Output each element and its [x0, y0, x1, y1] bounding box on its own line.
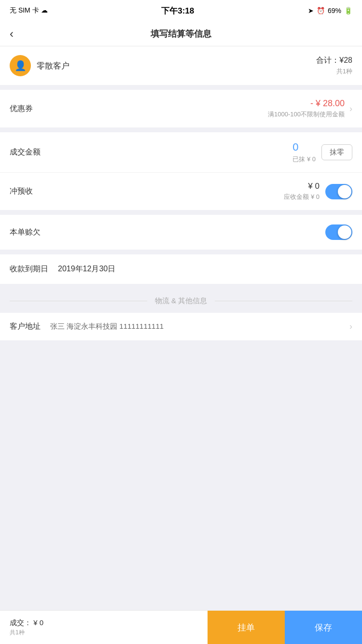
- debit-toggle-knob: [338, 225, 351, 239]
- advance-payment-right: ¥ 0 应收金额 ¥ 0: [284, 182, 352, 201]
- coupon-chevron: ›: [349, 104, 352, 114]
- customer-total-block: 合计：¥28 共1种: [316, 56, 352, 76]
- customer-row: 👤 零散客户 合计：¥28 共1种: [0, 46, 362, 85]
- alarm-icon: ⏰: [317, 7, 325, 14]
- avatar-icon: 👤: [14, 60, 27, 71]
- coupon-right: - ¥ 28.00 满1000-100不限制使用金额 ›: [268, 98, 352, 119]
- advance-sub: 应收金额 ¥ 0: [284, 193, 320, 201]
- coupon-value-block: - ¥ 28.00 满1000-100不限制使用金额: [268, 98, 345, 119]
- debit-section: 本单赊欠: [0, 215, 362, 250]
- customer-avatar: 👤: [10, 55, 31, 76]
- deal-amount-sub: 已抹 ¥ 0: [292, 155, 316, 164]
- save-button[interactable]: 保存: [285, 611, 362, 644]
- customer-info: 👤 零散客户: [10, 55, 70, 76]
- address-section[interactable]: 客户地址 张三 海淀永丰科技园 11111111111 ›: [0, 313, 362, 340]
- deal-amount-row: 成交金额 0 已抹 ¥ 0 抹零: [0, 132, 362, 173]
- customer-name: 零散客户: [37, 60, 70, 71]
- bottom-deal-label: 成交： ¥ 0: [10, 618, 198, 628]
- status-left: 无 SIM 卡 ☁: [10, 6, 48, 15]
- bottom-info: 成交： ¥ 0 共1种: [0, 611, 208, 644]
- nav-bar: ‹ 填写结算等信息: [0, 21, 362, 46]
- deal-amount-value: 0: [292, 141, 316, 154]
- back-button[interactable]: ‹: [10, 27, 29, 41]
- customer-total: 合计：¥28: [316, 56, 352, 66]
- debit-label: 本单赊欠: [10, 227, 41, 238]
- sim-label: 无 SIM 卡 ☁: [10, 6, 48, 15]
- page-title: 填写结算等信息: [151, 28, 211, 40]
- deal-section: 成交金额 0 已抹 ¥ 0 抹零 冲预收 ¥ 0 应收金额 ¥ 0: [0, 132, 362, 210]
- duedate-value: 2019年12月30日: [58, 264, 115, 274]
- location-icon: ➤: [308, 7, 314, 14]
- status-right: ➤ ⏰ 69% 🔋: [308, 7, 352, 14]
- address-label: 客户地址: [10, 322, 41, 332]
- advance-amount: ¥ 0: [284, 182, 320, 191]
- logistics-label: 物流 & 其他信息: [147, 296, 215, 306]
- advance-toggle-knob: [338, 185, 351, 198]
- customer-count: 共1种: [316, 67, 352, 76]
- deal-amount-label: 成交金额: [10, 147, 41, 157]
- duedate-label: 收款到期日: [10, 264, 48, 274]
- advance-payment-row: 冲预收 ¥ 0 应收金额 ¥ 0: [0, 173, 362, 210]
- coupon-section: 优惠券 - ¥ 28.00 满1000-100不限制使用金额 ›: [0, 90, 362, 127]
- coupon-subtext: 满1000-100不限制使用金额: [268, 110, 345, 119]
- deal-amount-block: 0 已抹 ¥ 0: [292, 141, 316, 164]
- advance-amount-block: ¥ 0 应收金额 ¥ 0: [284, 182, 320, 201]
- address-chevron: ›: [349, 322, 352, 332]
- logistics-divider: 物流 & 其他信息: [0, 289, 362, 313]
- coupon-row[interactable]: 优惠券 - ¥ 28.00 满1000-100不限制使用金额 ›: [0, 90, 362, 127]
- status-time: 下午3:18: [161, 5, 194, 16]
- advance-toggle[interactable]: [325, 184, 352, 199]
- coupon-label: 优惠券: [10, 104, 33, 114]
- debit-toggle[interactable]: [325, 224, 352, 240]
- round-zero-button[interactable]: 抹零: [321, 144, 352, 160]
- duedate-section: 收款到期日 2019年12月30日: [0, 254, 362, 284]
- status-bar: 无 SIM 卡 ☁ 下午3:18 ➤ ⏰ 69% 🔋: [0, 0, 362, 21]
- battery-level: 69%: [328, 7, 341, 14]
- address-value: 张三 海淀永丰科技园 11111111111: [50, 322, 349, 331]
- battery-icon: 🔋: [344, 7, 352, 14]
- content-area: 👤 零散客户 合计：¥28 共1种 优惠券 - ¥ 28.00 满1000-10…: [0, 46, 362, 384]
- advance-payment-label: 冲预收: [10, 186, 33, 196]
- coupon-value: - ¥ 28.00: [268, 98, 345, 109]
- hold-button[interactable]: 挂单: [208, 611, 285, 644]
- bottom-count-label: 共1种: [10, 629, 198, 637]
- bottom-bar: 成交： ¥ 0 共1种 挂单 保存: [0, 610, 362, 644]
- deal-amount-right: 0 已抹 ¥ 0 抹零: [292, 141, 352, 164]
